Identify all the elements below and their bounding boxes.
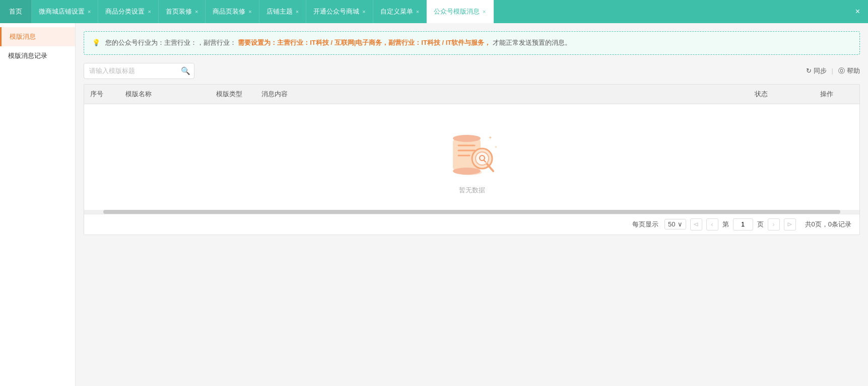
sidebar-label-records: 模版消息记录 bbox=[8, 52, 47, 59]
svg-text:✦: ✦ bbox=[494, 145, 498, 149]
table-body: ✦ ✦ 暂无数据 bbox=[84, 104, 859, 210]
shop-settings-label: 微商城店铺设置 bbox=[39, 7, 85, 16]
nav-shop-settings[interactable]: 微商城店铺设置 × bbox=[32, 0, 98, 23]
nav-home[interactable]: 首页 bbox=[0, 0, 32, 23]
template-msg-label: 公众号模版消息 bbox=[434, 7, 480, 16]
scrollbar-thumb[interactable] bbox=[103, 210, 840, 214]
horizontal-scrollbar[interactable] bbox=[84, 210, 859, 214]
sidebar-item-template-msg-records[interactable]: 模版消息记录 bbox=[0, 46, 75, 65]
nav-open-mall[interactable]: 开通公众号商城 × bbox=[306, 0, 373, 23]
page-unit: 页 bbox=[757, 220, 764, 229]
total-label: 共0页，0条记录 bbox=[805, 220, 851, 229]
per-page-label: 每页显示 bbox=[632, 220, 658, 229]
pager-first[interactable]: ⊲ bbox=[690, 218, 702, 230]
pagination: 每页显示 50 ∨ ⊲ ‹ 第 页 › ⊳ 共0页，0条记录 bbox=[84, 214, 859, 235]
category-settings-label: 商品分类设置 bbox=[105, 7, 145, 16]
nav-template-msg[interactable]: 公众号模版消息 × bbox=[427, 0, 493, 23]
empty-illustration: ✦ ✦ bbox=[442, 124, 502, 180]
empty-text: 暂无数据 bbox=[459, 186, 485, 195]
sync-button[interactable]: ↻ 同步 bbox=[806, 66, 827, 75]
svg-point-8 bbox=[476, 152, 489, 165]
nav-homepage-decor[interactable]: 首页装修 × bbox=[159, 0, 206, 23]
col-header-no: 序号 bbox=[84, 85, 119, 104]
data-table: 序号 模版名称 模版类型 消息内容 状态 操作 bbox=[84, 85, 859, 210]
pager-next[interactable]: › bbox=[768, 218, 780, 230]
empty-state: ✦ ✦ 暂无数据 bbox=[84, 104, 859, 210]
sidebar-label-template-msg: 模版消息 bbox=[10, 33, 36, 40]
nav-category-settings[interactable]: 商品分类设置 × bbox=[98, 0, 158, 23]
notice-box: 💡 您的公众号行业为：主营行业：，副营行业： 需要设置为：主营行业：IT科技 /… bbox=[84, 31, 860, 55]
open-mall-label: 开通公众号商城 bbox=[313, 7, 359, 16]
product-decor-label: 商品页装修 bbox=[213, 7, 245, 16]
shop-theme-label: 店铺主题 bbox=[266, 7, 293, 16]
svg-point-2 bbox=[453, 135, 481, 142]
search-icon[interactable]: 🔍 bbox=[181, 66, 190, 75]
homepage-decor-label: 首页装修 bbox=[166, 7, 192, 16]
main-content: 💡 您的公众号行业为：主营行业：，副营行业： 需要设置为：主营行业：IT科技 /… bbox=[76, 23, 868, 386]
sidebar: 模版消息 模版消息记录 bbox=[0, 23, 76, 386]
search-bar: 🔍 ↻ 同步 | ⓪ 帮助 bbox=[84, 63, 860, 79]
home-label: 首页 bbox=[9, 7, 22, 16]
nav-custom-menu[interactable]: 自定义菜单 × bbox=[373, 0, 427, 23]
custom-menu-label: 自定义菜单 bbox=[380, 7, 413, 16]
search-input-wrap: 🔍 bbox=[84, 63, 194, 79]
close-product-decor[interactable]: × bbox=[248, 9, 251, 15]
toolbar-right: ↻ 同步 | ⓪ 帮助 bbox=[806, 66, 860, 75]
layout: 模版消息 模版消息记录 💡 您的公众号行业为：主营行业：，副营行业： 需要设置为… bbox=[0, 23, 868, 386]
nav-product-decor[interactable]: 商品页装修 × bbox=[206, 0, 259, 23]
sidebar-item-template-msg[interactable]: 模版消息 bbox=[0, 27, 75, 46]
toolbar-divider: | bbox=[832, 67, 833, 74]
close-category-settings[interactable]: × bbox=[148, 9, 151, 15]
pager-prev[interactable]: ‹ bbox=[706, 218, 718, 230]
col-header-content: 消息内容 bbox=[255, 85, 749, 104]
table-wrapper: 序号 模版名称 模版类型 消息内容 状态 操作 bbox=[84, 84, 860, 235]
sync-label: 同步 bbox=[814, 66, 827, 75]
close-shop-settings[interactable]: × bbox=[88, 9, 91, 15]
nav-shop-theme[interactable]: 店铺主题 × bbox=[259, 0, 306, 23]
help-icon: ⓪ bbox=[838, 66, 845, 75]
top-nav: 首页 微商城店铺设置 × 商品分类设置 × 首页装修 × 商品页装修 × 店铺主… bbox=[0, 0, 868, 23]
col-header-status: 状态 bbox=[749, 85, 814, 104]
svg-text:✦: ✦ bbox=[488, 135, 492, 140]
col-header-action: 操作 bbox=[814, 85, 859, 104]
per-page-value: 50 bbox=[668, 220, 675, 228]
empty-row: ✦ ✦ 暂无数据 bbox=[84, 104, 859, 210]
per-page-chevron: ∨ bbox=[678, 220, 683, 228]
bulb-icon: 💡 bbox=[92, 39, 100, 46]
notice-text1: 您的公众号行业为：主营行业：，副营行业： bbox=[105, 39, 236, 46]
help-button[interactable]: ⓪ 帮助 bbox=[838, 66, 860, 75]
close-template-msg[interactable]: × bbox=[483, 9, 486, 15]
col-header-name: 模版名称 bbox=[119, 85, 210, 104]
per-page-select[interactable]: 50 ∨ bbox=[664, 219, 686, 229]
page-input[interactable] bbox=[733, 218, 753, 230]
notice-text2: 才能正常发送预置的消息。 bbox=[493, 39, 571, 46]
search-input[interactable] bbox=[84, 63, 194, 79]
close-open-mall[interactable]: × bbox=[362, 9, 365, 15]
close-homepage-decor[interactable]: × bbox=[195, 9, 198, 15]
notice-highlight: 需要设置为：主营行业：IT科技 / 互联网|电子商务，副营行业：IT科技 / I… bbox=[238, 39, 491, 46]
col-header-type: 模版类型 bbox=[210, 85, 255, 104]
help-label: 帮助 bbox=[847, 66, 860, 75]
close-shop-theme[interactable]: × bbox=[296, 9, 299, 15]
table-header: 序号 模版名称 模版类型 消息内容 状态 操作 bbox=[84, 85, 859, 104]
close-all-tabs[interactable]: × bbox=[847, 7, 868, 16]
svg-point-3 bbox=[453, 168, 481, 175]
pager-last[interactable]: ⊳ bbox=[784, 218, 796, 230]
close-custom-menu[interactable]: × bbox=[416, 9, 419, 15]
sync-icon: ↻ bbox=[806, 67, 812, 74]
page-label: 第 bbox=[722, 220, 729, 229]
